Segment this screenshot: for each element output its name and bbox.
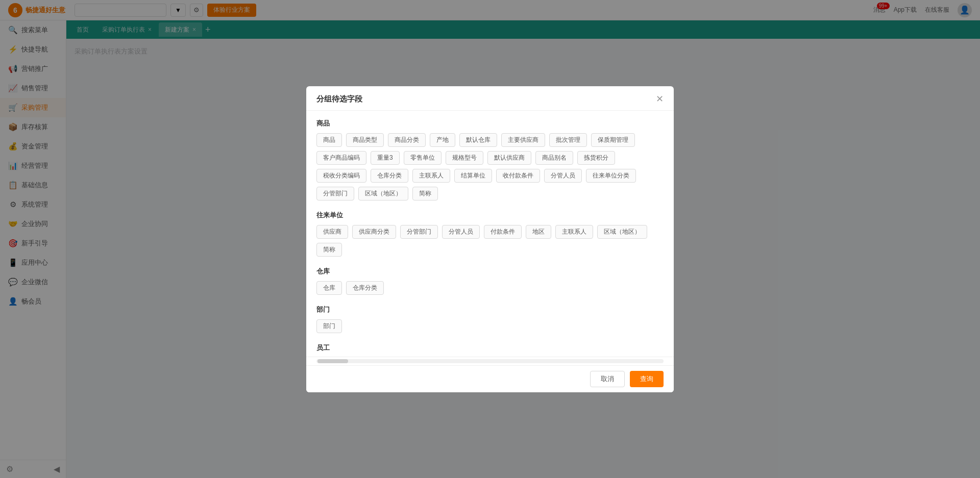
field-tag-product-1[interactable]: 商品类型 xyxy=(346,133,384,147)
field-tag-product-16[interactable]: 仓库分类 xyxy=(371,169,408,183)
field-tag-partner-7[interactable]: 区域（地区） xyxy=(597,225,647,239)
modal-body[interactable]: 商品商品商品类型商品分类产地默认仓库主要供应商批次管理保质期管理客户商品编码重量… xyxy=(306,111,674,357)
field-tag-product-10[interactable]: 零售单位 xyxy=(404,151,442,165)
hscroll-thumb xyxy=(317,359,348,363)
field-tag-warehouse-0[interactable]: 仓库 xyxy=(316,281,342,295)
hscroll-track xyxy=(316,359,664,363)
field-tag-product-15[interactable]: 税收分类编码 xyxy=(316,169,366,183)
field-tag-partner-1[interactable]: 供应商分类 xyxy=(352,225,396,239)
field-tag-partner-6[interactable]: 主联系人 xyxy=(555,225,593,239)
field-tag-product-24[interactable]: 简称 xyxy=(412,187,438,200)
field-section-department: 部门部门 xyxy=(316,305,664,333)
modal-overlay: 分组待选字段 ✕ 商品商品商品类型商品分类产地默认仓库主要供应商批次管理保质期管… xyxy=(0,0,980,478)
field-section-employee: 员工业务员 xyxy=(316,343,664,357)
field-tag-product-23[interactable]: 区域（地区） xyxy=(358,187,408,200)
field-tag-product-20[interactable]: 分管人员 xyxy=(544,169,582,183)
field-tag-product-19[interactable]: 收付款条件 xyxy=(496,169,540,183)
field-tag-partner-8[interactable]: 简称 xyxy=(316,243,342,257)
field-tag-product-13[interactable]: 商品别名 xyxy=(535,151,573,165)
field-section-title-product: 商品 xyxy=(316,119,664,128)
field-tag-product-14[interactable]: 拣货积分 xyxy=(577,151,615,165)
field-section-title-warehouse: 仓库 xyxy=(316,267,664,276)
field-tag-product-9[interactable]: 重量3 xyxy=(371,151,400,165)
field-section-partner: 往来单位供应商供应商分类分管部门分管人员付款条件地区主联系人区域（地区）简称 xyxy=(316,211,664,257)
modal: 分组待选字段 ✕ 商品商品商品类型商品分类产地默认仓库主要供应商批次管理保质期管… xyxy=(306,86,674,392)
modal-close-button[interactable]: ✕ xyxy=(656,94,664,104)
field-tag-product-18[interactable]: 结算单位 xyxy=(454,169,492,183)
field-tag-product-7[interactable]: 保质期管理 xyxy=(591,133,635,147)
modal-header: 分组待选字段 ✕ xyxy=(306,86,674,111)
field-tag-product-5[interactable]: 主要供应商 xyxy=(501,133,545,147)
confirm-button[interactable]: 查询 xyxy=(630,371,664,387)
field-tags-partner: 供应商供应商分类分管部门分管人员付款条件地区主联系人区域（地区）简称 xyxy=(316,225,664,257)
modal-hscrollbar[interactable] xyxy=(306,357,674,365)
field-tag-partner-0[interactable]: 供应商 xyxy=(316,225,348,239)
field-tag-partner-5[interactable]: 地区 xyxy=(526,225,551,239)
field-tag-partner-2[interactable]: 分管部门 xyxy=(400,225,438,239)
modal-title: 分组待选字段 xyxy=(316,94,362,104)
field-section-warehouse: 仓库仓库仓库分类 xyxy=(316,267,664,295)
field-tag-partner-4[interactable]: 付款条件 xyxy=(484,225,522,239)
field-tag-department-0[interactable]: 部门 xyxy=(316,319,342,333)
field-tag-product-6[interactable]: 批次管理 xyxy=(549,133,587,147)
field-tag-product-2[interactable]: 商品分类 xyxy=(388,133,426,147)
field-tags-department: 部门 xyxy=(316,319,664,333)
field-tag-product-8[interactable]: 客户商品编码 xyxy=(316,151,366,165)
field-tag-product-11[interactable]: 规格型号 xyxy=(446,151,483,165)
field-tag-product-4[interactable]: 默认仓库 xyxy=(459,133,497,147)
field-tag-product-22[interactable]: 分管部门 xyxy=(316,187,354,200)
field-section-title-employee: 员工 xyxy=(316,343,664,353)
field-tag-product-12[interactable]: 默认供应商 xyxy=(487,151,531,165)
cancel-button[interactable]: 取消 xyxy=(590,371,625,387)
field-section-product: 商品商品商品类型商品分类产地默认仓库主要供应商批次管理保质期管理客户商品编码重量… xyxy=(316,119,664,200)
field-tag-product-0[interactable]: 商品 xyxy=(316,133,342,147)
field-tag-product-17[interactable]: 主联系人 xyxy=(412,169,450,183)
field-tag-partner-3[interactable]: 分管人员 xyxy=(442,225,480,239)
field-tag-product-3[interactable]: 产地 xyxy=(430,133,455,147)
field-tags-warehouse: 仓库仓库分类 xyxy=(316,281,664,295)
field-tags-product: 商品商品类型商品分类产地默认仓库主要供应商批次管理保质期管理客户商品编码重量3零… xyxy=(316,133,664,200)
field-section-title-partner: 往来单位 xyxy=(316,211,664,220)
field-tag-product-21[interactable]: 往来单位分类 xyxy=(586,169,636,183)
field-section-title-department: 部门 xyxy=(316,305,664,314)
field-tag-warehouse-1[interactable]: 仓库分类 xyxy=(346,281,384,295)
modal-footer: 取消 查询 xyxy=(306,365,674,392)
